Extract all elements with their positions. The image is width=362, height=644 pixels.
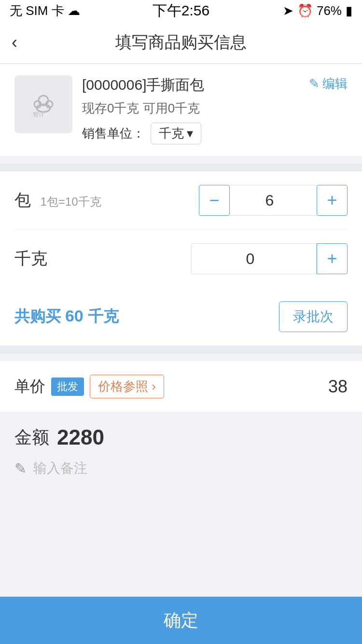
note-row[interactable]: ✎ 输入备注 — [14, 459, 348, 487]
nav-bar: ‹ 填写商品购买信息 — [0, 21, 362, 64]
sim-status: 无 SIM 卡 ☁ — [10, 2, 80, 19]
product-name: [0000006]手撕面包 — [82, 75, 348, 95]
amount-value: 2280 — [57, 425, 104, 449]
bag-quantity-control: − + — [199, 185, 348, 216]
back-button[interactable]: ‹ — [12, 32, 17, 53]
edit-icon: ✎ — [309, 76, 320, 91]
bag-quantity-input[interactable] — [230, 185, 317, 216]
batch-button[interactable]: 录批次 — [279, 301, 348, 332]
kg-quantity-control: + — [191, 243, 348, 274]
kg-plus-button[interactable]: + — [317, 243, 348, 274]
status-right: ➤ ⏰ 76% ▮ — [283, 3, 352, 18]
battery-level: 76% — [317, 3, 342, 18]
price-tag: 批发 — [51, 378, 84, 396]
total-unit — [84, 308, 88, 325]
status-time: 下午2:56 — [153, 1, 209, 21]
quantity-section: 包 1包=10千克 − + 千克 + — [0, 171, 362, 288]
unit-select[interactable]: 千克 ▾ — [151, 123, 201, 144]
bag-input-row: 包 1包=10千克 − + — [14, 171, 348, 230]
price-value: 38 — [328, 377, 348, 397]
amount-label: 金额 — [14, 426, 49, 449]
edit-button[interactable]: ✎ 编辑 — [309, 75, 348, 92]
amount-row: 金额 2280 — [14, 425, 348, 449]
product-info: [0000006]手撕面包 现存0千克 可用0千克 销售单位： 千克 ▾ — [82, 75, 348, 144]
edit-label: 编辑 — [322, 75, 348, 92]
kg-quantity-input[interactable] — [191, 243, 317, 274]
bag-label: 包 1包=10千克 — [14, 189, 199, 211]
kg-input-row: 千克 + — [14, 230, 348, 288]
status-left: 无 SIM 卡 ☁ — [10, 2, 80, 19]
product-thumbnail: 智计 — [14, 75, 72, 133]
kg-label: 千克 — [14, 248, 191, 270]
price-label: 单价 — [14, 376, 45, 397]
bag-sublabel: 1包=10千克 — [40, 195, 101, 208]
status-bar: 无 SIM 卡 ☁ 下午2:56 ➤ ⏰ 76% ▮ — [0, 0, 362, 21]
note-icon: ✎ — [14, 460, 27, 477]
product-stock: 现存0千克 可用0千克 — [82, 100, 348, 117]
price-ref-button[interactable]: 价格参照 › — [90, 375, 164, 398]
total-section: 共购买 60 千克 录批次 — [0, 288, 362, 346]
dropdown-icon: ▾ — [187, 126, 193, 141]
total-text: 共购买 60 千克 — [14, 306, 119, 327]
section-divider-2 — [0, 346, 362, 353]
unit-label: 销售单位： — [82, 125, 145, 142]
price-label-row: 单价 批发 价格参照 › — [14, 375, 164, 398]
battery-icon: ▮ — [346, 3, 352, 18]
product-card: 智计 [0000006]手撕面包 现存0千克 可用0千克 销售单位： 千克 ▾ … — [0, 64, 362, 156]
section-divider-1 — [0, 164, 362, 171]
confirm-label: 确定 — [164, 609, 198, 632]
unit-value: 千克 — [159, 125, 184, 142]
price-section: 单价 批发 价格参照 › 38 — [0, 361, 362, 412]
svg-text:智计: 智计 — [33, 111, 44, 118]
amount-section: 金额 2280 ✎ 输入备注 — [0, 412, 362, 487]
bag-plus-button[interactable]: + — [317, 185, 348, 216]
bag-minus-button[interactable]: − — [199, 185, 230, 216]
location-icon: ➤ — [283, 3, 293, 18]
page-title: 填写商品购买信息 — [115, 31, 247, 54]
alarm-icon: ⏰ — [297, 3, 313, 18]
total-prefix: 共购买 — [14, 308, 61, 325]
note-placeholder: 输入备注 — [33, 459, 87, 477]
confirm-bar[interactable]: 确定 — [0, 597, 362, 644]
product-unit-row: 销售单位： 千克 ▾ — [82, 123, 348, 144]
